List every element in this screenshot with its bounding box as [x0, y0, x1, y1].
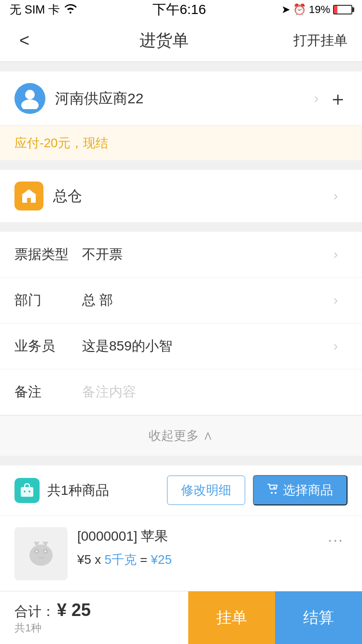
salesperson-chevron-icon: › [334, 338, 338, 354]
product-count: 共1种商品 [47, 481, 167, 500]
svg-point-1 [21, 99, 39, 109]
svg-point-6 [24, 490, 26, 492]
remark-label: 备注 [14, 383, 72, 401]
battery-icon [333, 5, 352, 14]
checkout-button[interactable]: 结算 [275, 591, 362, 644]
collapse-label: 收起更多 ∧ [149, 428, 213, 443]
supplier-avatar [14, 83, 45, 114]
carrier-text: 无 SIM 卡 [10, 2, 60, 17]
warehouse-section[interactable]: 总仓 › [0, 170, 362, 222]
remark-input[interactable]: 备注内容 [72, 383, 348, 401]
department-value: 总 部 [72, 291, 334, 309]
wifi-icon [64, 3, 77, 16]
product-thumbnail [14, 527, 68, 580]
divider-1 [0, 62, 362, 71]
svg-point-7 [28, 490, 30, 492]
svg-marker-3 [21, 189, 37, 195]
product-price: ¥5 x 5千克 = ¥25 [77, 551, 324, 568]
svg-point-16 [44, 550, 46, 552]
product-section: 共1种商品 修改明细 选择商品 [0, 465, 362, 592]
open-hold-button[interactable]: 打开挂单 [293, 31, 348, 50]
add-button[interactable]: ＋ [328, 85, 348, 112]
modify-detail-button[interactable]: 修改明细 [167, 476, 245, 505]
warehouse-chevron-icon: › [334, 188, 338, 204]
product-more-button[interactable]: ··· [324, 527, 348, 553]
svg-point-10 [29, 545, 53, 566]
svg-rect-4 [27, 198, 31, 203]
salesperson-value: 这是859的小智 [72, 337, 334, 355]
remark-row[interactable]: 备注 备注内容 [0, 369, 362, 415]
product-item: [0000001] 苹果 ¥5 x 5千克 = ¥25 ··· [0, 516, 362, 592]
svg-point-15 [36, 550, 38, 552]
svg-rect-5 [21, 487, 33, 497]
invoice-type-row[interactable]: 票据类型 不开票 › [0, 232, 362, 278]
supplier-chevron-icon: › [314, 91, 319, 106]
price-total: ¥25 [151, 552, 171, 567]
status-time: 下午6:16 [153, 0, 206, 19]
invoice-type-label: 票据类型 [14, 245, 72, 264]
product-icon [14, 478, 40, 503]
svg-point-8 [271, 492, 273, 494]
product-name: [0000001] 苹果 [77, 527, 324, 546]
status-bar: 无 SIM 卡 下午6:16 ➤ ⏰ 19% [0, 0, 362, 19]
price-eq: = [137, 552, 151, 567]
hold-label: 挂单 [216, 607, 247, 629]
total-section: 合计： ¥ 25 共1种 [0, 591, 188, 644]
checkout-label: 结算 [303, 607, 334, 629]
department-label: 部门 [14, 291, 72, 309]
department-row[interactable]: 部门 总 部 › [0, 278, 362, 323]
supplier-row[interactable]: 河南供应商22 › ＋ [0, 71, 362, 126]
hold-button[interactable]: 挂单 [188, 591, 275, 644]
battery-percent: 19% [309, 3, 330, 16]
svg-point-9 [275, 492, 277, 494]
location-icon: ➤ [281, 3, 290, 16]
price-unit: ¥5 x [77, 552, 104, 567]
department-chevron-icon: › [334, 293, 338, 308]
salesperson-row[interactable]: 业务员 这是859的小智 › [0, 323, 362, 369]
cart-icon [267, 483, 279, 498]
collapse-bar[interactable]: 收起更多 ∧ [0, 415, 362, 456]
product-info: [0000001] 苹果 ¥5 x 5千克 = ¥25 [77, 527, 324, 568]
invoice-chevron-icon: › [334, 247, 338, 262]
salesperson-label: 业务员 [14, 337, 72, 355]
form-section: 票据类型 不开票 › 部门 总 部 › 业务员 这是859的小智 › 备注 备注… [0, 232, 362, 456]
product-header: 共1种商品 修改明细 选择商品 [0, 465, 362, 516]
warehouse-name: 总仓 [53, 186, 334, 206]
status-left: 无 SIM 卡 [10, 2, 77, 17]
nav-bar: < 进货单 打开挂单 [0, 19, 362, 62]
back-button[interactable]: < [14, 26, 34, 56]
supplier-section: 河南供应商22 › ＋ 应付-20元，现结 [0, 71, 362, 160]
total-amount: ¥ 25 [57, 600, 91, 620]
warehouse-icon [14, 182, 43, 210]
notice-text: 应付-20元，现结 [14, 136, 108, 150]
invoice-type-value: 不开票 [72, 245, 334, 264]
supplier-name: 河南供应商22 [55, 89, 314, 109]
alarm-icon: ⏰ [293, 3, 306, 16]
total-label: 合计： [14, 602, 55, 621]
bottom-bar: 合计： ¥ 25 共1种 挂单 结算 [0, 591, 362, 644]
select-product-label: 选择商品 [283, 482, 333, 499]
total-sub: 共1种 [14, 621, 174, 635]
select-product-button[interactable]: 选择商品 [253, 475, 348, 505]
price-qty: 5千克 [104, 552, 136, 567]
notice-bar: 应付-20元，现结 [0, 126, 362, 160]
status-right: ➤ ⏰ 19% [281, 3, 352, 16]
svg-point-0 [25, 90, 35, 99]
page-title: 进货单 [139, 29, 189, 52]
